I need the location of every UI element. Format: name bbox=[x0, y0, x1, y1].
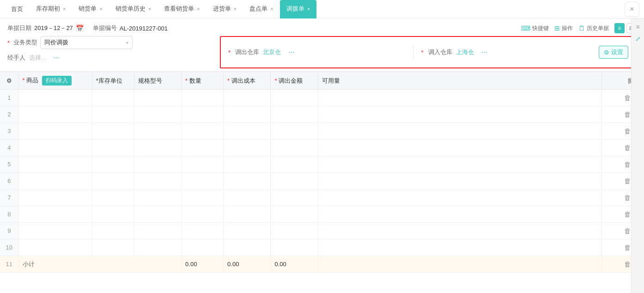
view-list-button[interactable]: ≡ bbox=[614, 23, 625, 33]
row-amount[interactable] bbox=[271, 173, 318, 189]
tab-home[interactable]: 首页 bbox=[5, 0, 30, 18]
row-unit[interactable] bbox=[92, 173, 134, 189]
row-available[interactable] bbox=[318, 206, 601, 223]
row-amount[interactable] bbox=[271, 223, 318, 239]
row-unit[interactable] bbox=[92, 123, 134, 140]
row-cost[interactable] bbox=[224, 206, 271, 223]
row-amount[interactable] bbox=[271, 189, 318, 206]
row-unit[interactable] bbox=[92, 140, 134, 156]
row-spec[interactable] bbox=[134, 106, 181, 123]
tab-sales-order-close[interactable]: × bbox=[99, 6, 102, 12]
row-product[interactable] bbox=[18, 90, 92, 106]
row-qty[interactable] bbox=[182, 140, 224, 156]
row-product[interactable] bbox=[18, 206, 92, 223]
delete-icon[interactable]: 🗑 bbox=[624, 160, 631, 168]
row-available[interactable] bbox=[318, 223, 601, 239]
row-available[interactable] bbox=[318, 156, 601, 173]
delete-icon[interactable]: 🗑 bbox=[624, 144, 631, 152]
row-unit[interactable] bbox=[92, 239, 134, 256]
sidebar-expand-icon[interactable]: ⤢ bbox=[632, 33, 644, 44]
tab-purchase-order-close[interactable]: × bbox=[234, 6, 237, 12]
tab-inventory-count[interactable]: 盘点单 × bbox=[243, 0, 279, 18]
row-product[interactable] bbox=[18, 140, 92, 156]
delete-icon[interactable]: 🗑 bbox=[624, 94, 631, 102]
operations-button[interactable]: ⊞ 操作 bbox=[554, 24, 573, 32]
row-unit[interactable] bbox=[92, 90, 134, 106]
row-cost[interactable] bbox=[224, 140, 271, 156]
row-spec[interactable] bbox=[134, 189, 181, 206]
row-product[interactable] bbox=[18, 106, 92, 123]
row-amount[interactable] bbox=[271, 239, 318, 256]
tab-view-sales[interactable]: 查看销货单 × bbox=[158, 0, 206, 18]
delete-icon[interactable]: 🗑 bbox=[624, 227, 631, 235]
sidebar-list-icon[interactable]: ≡ bbox=[632, 21, 644, 32]
tab-purchase-order[interactable]: 进货单 × bbox=[207, 0, 243, 18]
row-cost[interactable] bbox=[224, 223, 271, 239]
row-available[interactable] bbox=[318, 140, 601, 156]
window-close-button[interactable]: × bbox=[625, 2, 639, 17]
row-available[interactable] bbox=[318, 90, 601, 106]
row-product[interactable] bbox=[18, 189, 92, 206]
tab-sales-history-close[interactable]: × bbox=[148, 6, 151, 12]
row-amount[interactable] bbox=[271, 90, 318, 106]
row-product[interactable] bbox=[18, 156, 92, 173]
settings-button[interactable]: ⚙ 设置 bbox=[599, 46, 628, 59]
tab-inventory-count-close[interactable]: × bbox=[270, 6, 273, 12]
tab-view-sales-close[interactable]: × bbox=[197, 6, 200, 12]
row-qty[interactable] bbox=[182, 206, 224, 223]
history-button[interactable]: 🗒 历史单据 bbox=[578, 24, 609, 32]
row-qty[interactable] bbox=[182, 223, 224, 239]
tab-transfer-order[interactable]: 调拨单 × bbox=[280, 0, 316, 18]
scan-button[interactable]: 扫码录入 bbox=[42, 76, 72, 85]
warehouse-in-dots-button[interactable]: ··· bbox=[481, 48, 487, 56]
row-product[interactable] bbox=[18, 239, 92, 256]
tab-sales-order[interactable]: 销货单 × bbox=[72, 0, 109, 18]
row-qty[interactable] bbox=[182, 189, 224, 206]
row-spec[interactable] bbox=[134, 123, 181, 140]
row-amount[interactable] bbox=[271, 106, 318, 123]
row-product[interactable] bbox=[18, 173, 92, 189]
row-cost[interactable] bbox=[224, 239, 271, 256]
row-qty[interactable] bbox=[182, 173, 224, 189]
row-cost[interactable] bbox=[224, 106, 271, 123]
row-product[interactable] bbox=[18, 123, 92, 140]
tab-inventory-init-close[interactable]: × bbox=[63, 6, 66, 12]
shortcuts-button[interactable]: ⌨ 快捷键 bbox=[521, 24, 549, 32]
tab-inventory-init[interactable]: 库存期初 × bbox=[30, 0, 72, 18]
row-amount[interactable] bbox=[271, 206, 318, 223]
row-spec[interactable] bbox=[134, 156, 181, 173]
row-unit[interactable] bbox=[92, 156, 134, 173]
row-unit[interactable] bbox=[92, 206, 134, 223]
row-cost[interactable] bbox=[224, 173, 271, 189]
row-amount[interactable] bbox=[271, 123, 318, 140]
agent-placeholder[interactable]: 选择... bbox=[29, 54, 46, 62]
warehouse-out-dots-button[interactable]: ··· bbox=[288, 48, 294, 56]
th-gear[interactable]: ⚙ bbox=[0, 72, 18, 90]
tab-sales-history[interactable]: 销货单历史 × bbox=[109, 0, 158, 18]
row-product[interactable] bbox=[18, 223, 92, 239]
row-cost[interactable] bbox=[224, 90, 271, 106]
row-qty[interactable] bbox=[182, 156, 224, 173]
row-qty[interactable] bbox=[182, 106, 224, 123]
row-spec[interactable] bbox=[134, 239, 181, 256]
row-spec[interactable] bbox=[134, 173, 181, 189]
row-available[interactable] bbox=[318, 239, 601, 256]
delete-icon[interactable]: 🗑 bbox=[624, 177, 631, 185]
delete-icon[interactable]: 🗑 bbox=[624, 244, 631, 251]
row-cost[interactable] bbox=[224, 123, 271, 140]
row-available[interactable] bbox=[318, 173, 601, 189]
row-unit[interactable] bbox=[92, 106, 134, 123]
row-unit[interactable] bbox=[92, 189, 134, 206]
row-qty[interactable] bbox=[182, 90, 224, 106]
row-qty[interactable] bbox=[182, 123, 224, 140]
delete-icon[interactable]: 🗑 bbox=[624, 210, 631, 218]
row-unit[interactable] bbox=[92, 223, 134, 239]
row-cost[interactable] bbox=[224, 189, 271, 206]
row-amount[interactable] bbox=[271, 140, 318, 156]
row-spec[interactable] bbox=[134, 206, 181, 223]
business-type-select[interactable]: 同价调拨 ▾ bbox=[40, 36, 133, 49]
calendar-icon[interactable]: 📅 bbox=[76, 24, 84, 32]
row-available[interactable] bbox=[318, 106, 601, 123]
delete-icon[interactable]: 🗑 bbox=[624, 260, 631, 268]
row-spec[interactable] bbox=[134, 90, 181, 106]
